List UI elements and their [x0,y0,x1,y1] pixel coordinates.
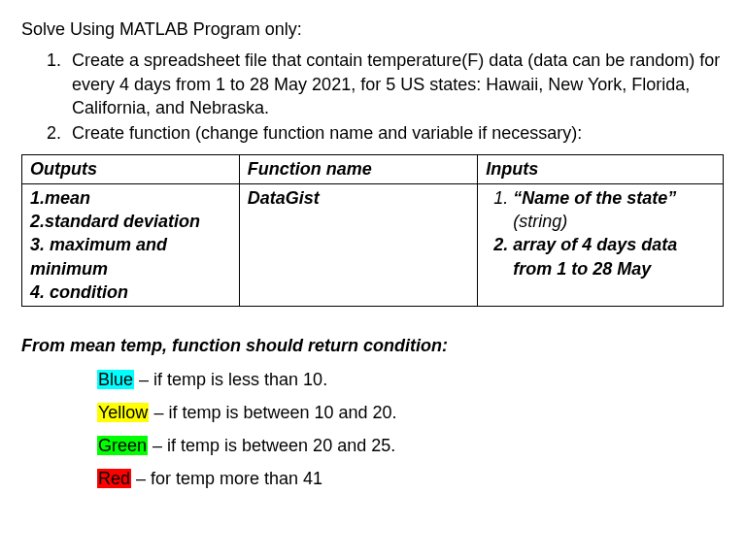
input-string-note: (string) [513,212,567,231]
page-title: Solve Using MATLAB Program only: [21,17,724,41]
input-array-days: array of 4 days data from 1 to 28 May [513,233,715,280]
input-quote-close: ” [667,188,676,208]
condition-red: Red – for temp more than 41 [97,467,724,490]
condition-green: Green – if temp is between 20 and 25. [97,434,724,457]
input-quote-open: “ [513,188,522,208]
inputs-ordered-list: “Name of the state” (string) array of 4 … [486,186,715,280]
input-state-name: “Name of the state” (string) [513,186,715,234]
list-item-2: Create function (change function name an… [66,121,724,145]
condition-blue: Blue – if temp is less than 10. [97,368,724,391]
header-function-name: Function name [239,155,477,183]
header-inputs: Inputs [478,155,724,183]
condition-subhead: From mean temp, function should return c… [21,334,724,357]
table-body-row: 1.mean 2.standard deviation 3. maximum a… [22,183,724,306]
list-item-1: Create a spreadsheet file that contain t… [66,49,724,119]
label-red: Red [97,469,131,488]
input-name-of-state: Name of the state [522,188,667,208]
condition-yellow: Yellow – if temp is between 10 and 20. [97,401,724,424]
condition-list: Blue – if temp is less than 10. Yellow –… [21,368,724,491]
text-blue: – if temp is less than 10. [134,370,327,389]
header-outputs: Outputs [22,155,240,183]
output-maxmin: 3. maximum and minimum [30,233,231,280]
cell-inputs: “Name of the state” (string) array of 4 … [478,183,724,306]
text-yellow: – if temp is between 10 and 20. [149,403,396,422]
output-mean: 1.mean [30,186,231,210]
label-blue: Blue [97,370,134,389]
function-table: Outputs Function name Inputs 1.mean 2.st… [21,154,724,307]
table-header-row: Outputs Function name Inputs [22,155,724,183]
output-condition: 4. condition [30,280,231,304]
cell-function-name: DataGist [239,183,477,306]
text-green: – if temp is between 20 and 25. [148,436,395,455]
label-green: Green [97,436,148,455]
main-ordered-list: Create a spreadsheet file that contain t… [21,49,724,145]
cell-outputs: 1.mean 2.standard deviation 3. maximum a… [22,183,240,306]
label-yellow: Yellow [97,403,149,422]
text-red: – for temp more than 41 [131,469,322,488]
output-std: 2.standard deviation [30,210,231,233]
